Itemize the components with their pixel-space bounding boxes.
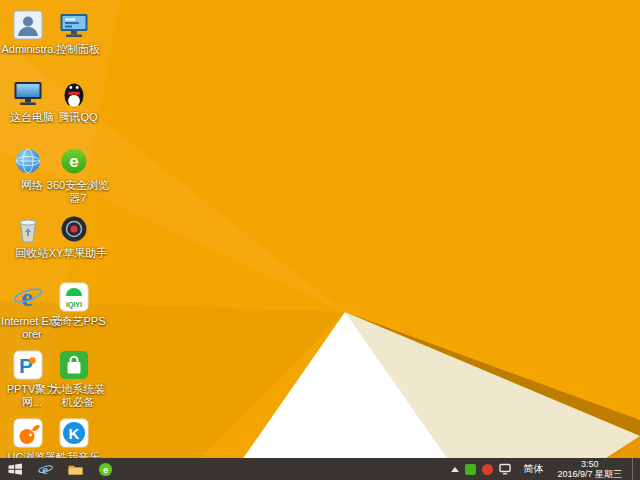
uc-squirrel-icon (11, 416, 45, 450)
desktop-icon-label: 控制面板 (46, 43, 110, 56)
desktop-icon-label: 360安全浏览器7 (46, 179, 110, 204)
clock-time: 3:50 (581, 459, 599, 469)
desktop-icon-xy-assistant[interactable]: XY苹果助手 (46, 212, 102, 260)
monitor-settings-icon (57, 8, 91, 42)
globe-icon (11, 144, 45, 178)
desktop-icon-label: 爱奇艺PPS (46, 315, 110, 328)
qq-penguin-icon (57, 76, 91, 110)
taskbar-360-browser-button[interactable]: e (90, 458, 120, 480)
windows-logo-icon (6, 460, 24, 478)
computer-icon (11, 76, 45, 110)
taskbar-internet-explorer-button[interactable]: e (30, 458, 60, 480)
360-browser-logo-icon: e (57, 144, 91, 178)
desktop-icon-control-panel[interactable]: 控制面板 (46, 8, 102, 56)
svg-text:e: e (102, 464, 107, 474)
taskbar-clock[interactable]: 3:50 2016/9/7 星期三 (553, 459, 626, 479)
tray-red-icon[interactable] (482, 464, 493, 475)
desktop-icon-label: XY苹果助手 (46, 247, 110, 260)
desktop-icon-tencent-qq[interactable]: 腾讯QQ (46, 76, 102, 124)
svg-text:e: e (42, 462, 48, 477)
desktop-icon-label: 大地系统装机必备 (46, 383, 110, 408)
shopping-bag-icon (57, 348, 91, 382)
360-browser-logo-icon: e (97, 461, 114, 478)
taskbar-app-buttons: e e (0, 458, 120, 480)
clock-date: 2016/9/7 星期三 (557, 469, 622, 479)
user-account-icon (11, 8, 45, 42)
xy-assistant-logo-icon (57, 212, 91, 246)
svg-text:K: K (69, 425, 80, 442)
desktop-icon-dadi-bundle[interactable]: 大地系统装机必备 (46, 348, 102, 408)
tray-green-icon[interactable] (465, 464, 476, 475)
taskbar: e e 简体 3:50 2016/9/7 星期三 (0, 458, 640, 480)
ie-logo-icon: e (11, 280, 45, 314)
show-hidden-icons-button[interactable] (451, 467, 459, 472)
pptv-logo-icon: P (11, 348, 45, 382)
taskbar-file-explorer-button[interactable] (60, 458, 90, 480)
svg-text:iQIYI: iQIYI (66, 301, 82, 309)
network-icon[interactable] (499, 463, 513, 475)
desktop-icon-360-browser[interactable]: e 360安全浏览器7 (46, 144, 102, 204)
folder-icon (67, 461, 84, 478)
system-tray: 简体 3:50 2016/9/7 星期三 (451, 458, 640, 480)
start-button[interactable] (0, 458, 30, 480)
desktop-icon-kuwo-music[interactable]: K 酷我音乐 (46, 416, 102, 464)
kuwo-logo-icon: K (57, 416, 91, 450)
svg-text:e: e (69, 152, 78, 171)
input-method-indicator[interactable]: 简体 (519, 462, 547, 476)
desktop[interactable]: Administra... 这台电脑 网络 回收站 e Internet Exp… (0, 0, 640, 480)
show-desktop-button[interactable] (632, 458, 638, 480)
trash-bin-icon (11, 212, 45, 246)
iqiyi-logo-icon: iQIYI (57, 280, 91, 314)
svg-text:P: P (19, 354, 33, 377)
ie-logo-icon: e (37, 461, 54, 478)
svg-text:e: e (21, 283, 33, 312)
desktop-icon-label: 腾讯QQ (46, 111, 110, 124)
desktop-icon-iqiyi-pps[interactable]: iQIYI 爱奇艺PPS (46, 280, 102, 328)
